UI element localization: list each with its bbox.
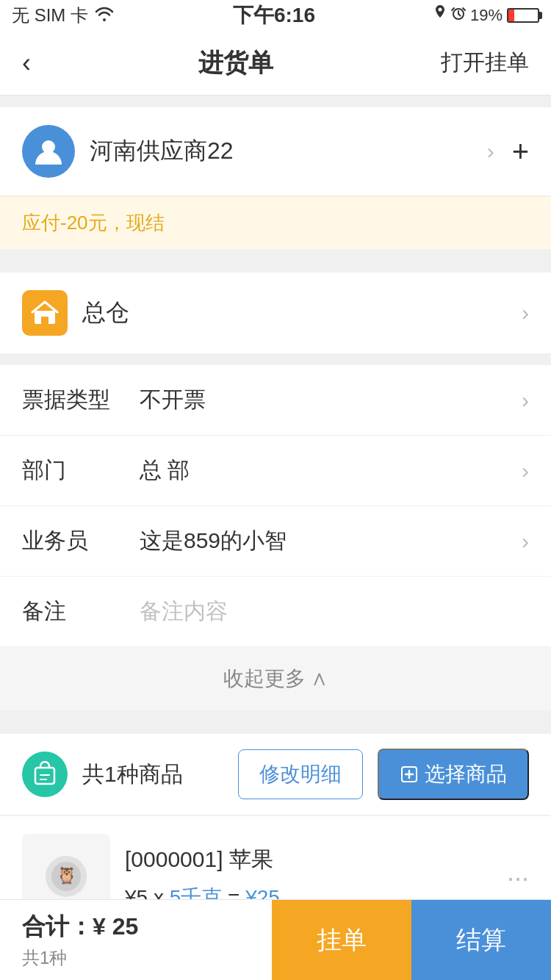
salesman-value: 这是859的小智: [125, 526, 522, 556]
products-header: 共1种商品 修改明细 选择商品: [0, 734, 551, 815]
add-button[interactable]: +: [512, 135, 529, 168]
location-icon: [433, 5, 447, 26]
invoice-type-row[interactable]: 票据类型 不开票 ›: [0, 365, 551, 436]
department-value: 总 部: [125, 455, 522, 486]
total-value: ¥ 25: [93, 913, 138, 940]
content: 河南供应商22 › + 应付-20元，现结 总仓 › 票据类型 不开票 › 部门…: [0, 107, 551, 980]
battery-icon: [507, 8, 539, 23]
status-right: 19%: [433, 5, 539, 26]
products-icon: [22, 752, 68, 797]
product-name: [0000001] 苹果: [125, 845, 492, 875]
department-label: 部门: [22, 455, 125, 486]
svg-text:🦉: 🦉: [57, 865, 77, 885]
supplier-avatar: [22, 125, 75, 178]
checkout-button[interactable]: 结算: [411, 900, 551, 980]
back-button[interactable]: ‹: [22, 48, 31, 79]
remark-row[interactable]: 备注 备注内容: [0, 577, 551, 647]
status-time: 下午6:16: [233, 1, 315, 29]
warehouse-section[interactable]: 总仓 ›: [0, 273, 551, 353]
notice-bar: 应付-20元，现结: [0, 196, 551, 249]
pending-button[interactable]: 挂单: [272, 900, 411, 980]
salesman-chevron-icon: ›: [522, 529, 529, 554]
supplier-name[interactable]: 河南供应商22: [90, 135, 487, 167]
warehouse-chevron-icon: ›: [522, 300, 529, 325]
select-product-button[interactable]: 选择商品: [378, 749, 529, 800]
invoice-type-value: 不开票: [125, 385, 522, 415]
collapse-button[interactable]: 收起更多 ∧: [0, 647, 551, 710]
invoice-type-label: 票据类型: [22, 385, 125, 415]
department-chevron-icon: ›: [522, 458, 529, 483]
warehouse-name: 总仓: [82, 297, 522, 329]
battery-percent: 19%: [470, 6, 503, 25]
collapse-label: 收起更多 ∧: [223, 665, 328, 693]
supplier-chevron-icon: ›: [487, 139, 494, 164]
wifi-icon: [94, 5, 115, 26]
nav-bar: ‹ 进货单 打开挂单: [0, 31, 551, 96]
carrier-label: 无 SIM 卡: [12, 4, 88, 27]
product-more-button[interactable]: ···: [507, 862, 529, 893]
total-section: 合计：¥ 25 共1种: [0, 900, 272, 980]
supplier-section: 河南供应商22 › +: [0, 107, 551, 196]
notice-text: 应付-20元，现结: [22, 212, 165, 234]
edit-detail-button[interactable]: 修改明细: [238, 749, 363, 799]
remark-input[interactable]: 备注内容: [125, 597, 529, 627]
invoice-chevron-icon: ›: [522, 388, 529, 413]
page-title: 进货单: [198, 46, 273, 80]
product-code: [0000001]: [125, 847, 229, 871]
warehouse-icon: [22, 290, 68, 336]
salesman-row[interactable]: 业务员 这是859的小智 ›: [0, 506, 551, 577]
total-label: 合计：: [22, 913, 93, 940]
supplier-actions: › +: [487, 135, 529, 168]
total-count: 共1种: [22, 946, 250, 970]
bottom-bar: 合计：¥ 25 共1种 挂单 结算: [0, 899, 551, 980]
svg-rect-3: [41, 317, 48, 324]
salesman-label: 业务员: [22, 526, 125, 556]
alarm-icon: [451, 6, 466, 25]
total-amount: 合计：¥ 25: [22, 911, 250, 943]
open-pending-button[interactable]: 打开挂单: [441, 48, 529, 78]
select-product-label: 选择商品: [425, 760, 507, 788]
department-row[interactable]: 部门 总 部 ›: [0, 436, 551, 506]
status-left: 无 SIM 卡: [12, 4, 115, 27]
products-count: 共1种商品: [82, 760, 223, 790]
status-bar: 无 SIM 卡 下午6:16 19%: [0, 0, 551, 31]
remark-label: 备注: [22, 597, 125, 627]
product-title: 苹果: [229, 847, 273, 871]
